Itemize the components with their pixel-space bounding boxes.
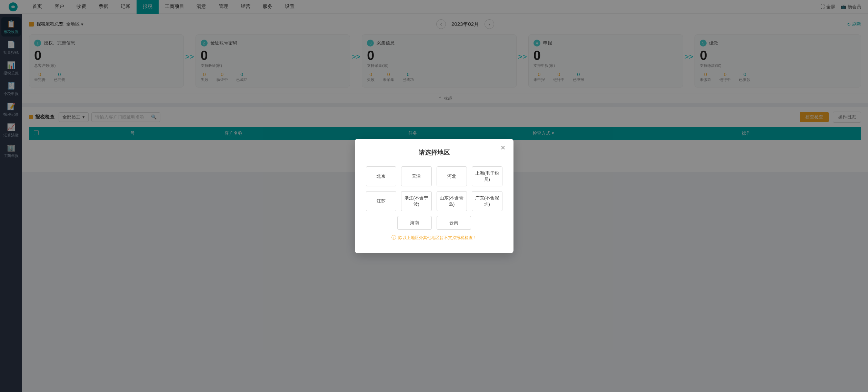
modal-overlay[interactable]: ✕ 请选择地区 北京 天津 河北 上海(电子税局) 江苏 浙江(不含宁波) 山东…	[0, 0, 868, 392]
region-btn-hebei[interactable]: 河北	[437, 166, 467, 186]
region-grid-row3: 海南 云南	[366, 216, 502, 230]
warning-text: 除以上地区外其他地区暂不支持报税检查！	[398, 235, 477, 241]
region-btn-tianjin[interactable]: 天津	[401, 166, 432, 186]
modal-warning: ⓘ 除以上地区外其他地区暂不支持报税检查！	[366, 235, 502, 241]
region-btn-zhejiang[interactable]: 浙江(不含宁波)	[401, 191, 432, 211]
region-btn-jiangsu[interactable]: 江苏	[366, 191, 397, 211]
region-select-modal: ✕ 请选择地区 北京 天津 河北 上海(电子税局) 江苏 浙江(不含宁波) 山东…	[355, 139, 513, 253]
modal-title: 请选择地区	[366, 148, 502, 157]
region-grid-row1: 北京 天津 河北 上海(电子税局)	[366, 166, 502, 186]
region-btn-hainan[interactable]: 海南	[397, 216, 432, 230]
modal-close-button[interactable]: ✕	[499, 144, 507, 152]
warning-icon: ⓘ	[391, 235, 396, 241]
region-btn-yunnan[interactable]: 云南	[437, 216, 471, 230]
region-btn-beijing[interactable]: 北京	[366, 166, 397, 186]
region-btn-shanghai[interactable]: 上海(电子税局)	[472, 166, 502, 186]
region-btn-shandong[interactable]: 山东(不含青岛)	[437, 191, 467, 211]
region-grid-row2: 江苏 浙江(不含宁波) 山东(不含青岛) 广东(不含深圳)	[366, 191, 502, 211]
region-btn-guangdong[interactable]: 广东(不含深圳)	[472, 191, 502, 211]
